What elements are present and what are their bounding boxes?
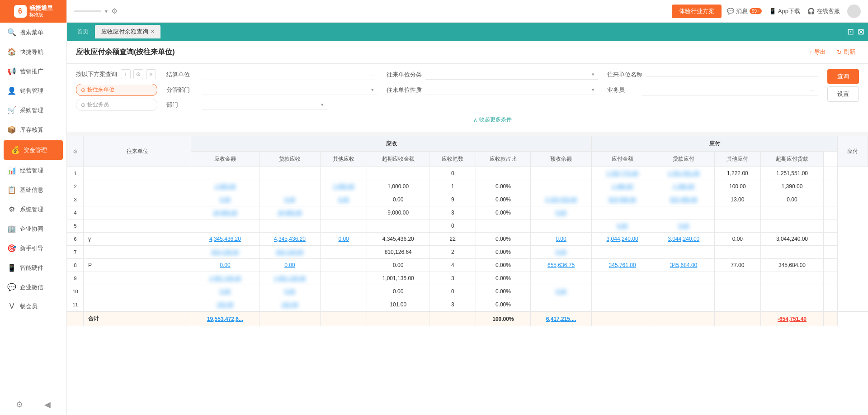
td-val[interactable]: 0.00 [530, 285, 592, 298]
table-settings-button[interactable]: 设置 [827, 86, 859, 102]
td-val[interactable]: 152.00 [259, 298, 321, 312]
td-val[interactable]: 1,390.00 [653, 180, 714, 193]
collapse-filter-button[interactable]: ∧ 收起更多条件 [166, 113, 818, 126]
td-val[interactable]: 0.00 [530, 246, 592, 259]
td-val[interactable]: 0.00 [592, 219, 653, 233]
td-val[interactable]: 1,000.00 [321, 180, 367, 193]
tab-close-icon[interactable]: × [151, 29, 154, 35]
online-service-button[interactable]: 🎧 在线客服 [807, 7, 840, 15]
td-partner [84, 298, 191, 312]
sidebar-item-wechat[interactable]: 💬 企业微信 [0, 277, 66, 297]
user-avatar[interactable] [847, 5, 861, 18]
footer-prepaid-balance[interactable]: 6,417,215.... [530, 311, 592, 326]
td-val[interactable]: 1,252,773.00 [592, 167, 653, 180]
td-val[interactable]: 1,000.00 [191, 180, 259, 193]
trial-button[interactable]: 体验行业方案 [672, 5, 722, 18]
sidebar-item-marketing[interactable]: 📢 营销推广 [0, 62, 66, 81]
query-button[interactable]: 查询 [827, 69, 859, 84]
sidebar-item-hardware[interactable]: 📱 智能硬件 [0, 258, 66, 277]
td-val[interactable]: 152.00 [191, 298, 259, 312]
td-val[interactable]: 18,000.00 [259, 206, 321, 219]
message-button[interactable]: 💬 消息 99+ [727, 7, 762, 15]
td-val[interactable]: 1,251,551.00 [653, 167, 714, 180]
scheme-list: ⊙ 按往来单位 ⊙ 按业务员 [76, 84, 157, 111]
td-val[interactable]: 0.00 [259, 193, 321, 206]
sidebar-item-member[interactable]: V 畅会员 [0, 297, 66, 316]
scheme-by-staff[interactable]: ⊙ 按业务员 [76, 99, 157, 111]
td-val[interactable]: 915,508.56 [592, 193, 653, 206]
td-val[interactable]: 0.00 [530, 233, 592, 246]
tab-maximize-icon[interactable]: ⊠ [858, 27, 864, 37]
td-val[interactable]: 0.00 [653, 219, 714, 233]
sidebar-item-system[interactable]: ⚙ 系统管理 [0, 200, 66, 219]
sidebar-item-sales[interactable]: 👤 销售管理 [0, 81, 66, 100]
sidebar-item-finance[interactable]: 💰 资金管理 [4, 140, 63, 160]
footer-receivable-amount[interactable]: 19,553,472,6... [191, 311, 259, 326]
settlement-unit-input[interactable]: ··· [202, 69, 377, 80]
td-overdue-payable [761, 272, 823, 285]
header-right: 💬 消息 99+ 📱 App下载 🎧 在线客服 [727, 5, 861, 18]
refresh-button[interactable]: ↻ 刷新 [833, 46, 859, 58]
td-val[interactable]: 3,044,240.00 [653, 233, 714, 246]
td-val[interactable]: 1,001,135.00 [191, 272, 259, 285]
sidebar-item-operation[interactable]: 📊 经营管理 [0, 161, 66, 180]
td-val[interactable]: 1,001,135.00 [259, 272, 321, 285]
td-val[interactable]: 655,636.75 [530, 259, 592, 272]
td-val[interactable]: 0.00 [321, 193, 367, 206]
partner-category-select[interactable]: ▾ [425, 70, 598, 80]
td-val[interactable]: 345,684.00 [653, 259, 714, 272]
td-val[interactable]: 18,000.00 [191, 206, 259, 219]
export-button[interactable]: ↑ 导出 [806, 46, 830, 58]
filter-settings-button[interactable]: ⊙ [133, 69, 143, 79]
scheme-by-unit[interactable]: ⊙ 按往来单位 [76, 84, 157, 96]
settings-icon[interactable]: ⚙ [111, 7, 118, 15]
dept-select[interactable]: ▾ [202, 100, 327, 110]
footer-overdue-payable[interactable]: -654,751.40 [761, 311, 823, 326]
scheme-by-staff-label: 按业务员 [87, 101, 109, 109]
tab-home[interactable]: 首页 [71, 25, 95, 38]
td-val[interactable]: 0.00 [191, 285, 259, 298]
td-val[interactable]: 0.00 [259, 259, 321, 272]
partner-nature-select[interactable]: ▾ [425, 85, 598, 95]
th-settings[interactable]: ⚙ [67, 136, 84, 167]
td-val[interactable]: 1,490.00 [592, 180, 653, 193]
td-val[interactable]: 0.00 [321, 233, 367, 246]
td-val[interactable]: 2,153,333.00 [530, 193, 592, 206]
filter-add-button[interactable]: + [121, 69, 131, 79]
td-receivable-ratio: 0.00% [476, 233, 531, 246]
breadcrumb-arrow[interactable]: ▾ [105, 8, 108, 14]
dept-manager-select[interactable]: ▾ [202, 85, 377, 95]
sidebar-settings-btn[interactable]: ⚙ [16, 400, 23, 410]
td-val[interactable]: 0.00 [259, 285, 321, 298]
sidebar-item-inventory[interactable]: 📦 库存核算 [0, 120, 66, 139]
td-val[interactable]: 915,495.56 [653, 193, 714, 206]
salesman-input[interactable]: ··· [642, 85, 818, 95]
filter-row-3: 部门 ▾ [166, 100, 818, 110]
td-val[interactable]: 810,126.64 [259, 246, 321, 259]
tab-minimize-icon[interactable]: ⊡ [847, 27, 854, 37]
filter-collapse-button[interactable]: « [146, 69, 156, 79]
td-val[interactable]: 3,044,240.00 [592, 233, 653, 246]
sidebar-item-nav[interactable]: 🏠 快捷导航 [0, 42, 66, 62]
sidebar-item-guide[interactable]: 🎯 新手引导 [0, 239, 66, 258]
tab-receivable[interactable]: 应收应付余额查询 × [95, 25, 160, 38]
sidebar: 6 畅捷通里 标准版 🔍 搜索菜单 🏠 快捷导航 📢 营销推广 👤 销售管理 🛒… [0, 0, 67, 415]
sidebar-item-purchase[interactable]: 🛒 采购管理 [0, 100, 66, 120]
td-val[interactable]: 0.00 [191, 259, 259, 272]
td-val[interactable]: 4,345,436.20 [259, 233, 321, 246]
td-val[interactable]: 810,126.64 [191, 246, 259, 259]
table-settings-icon[interactable]: ⚙ [73, 148, 78, 155]
app-download-button[interactable]: 📱 App下载 [769, 7, 800, 15]
sidebar-collapse-btn[interactable]: ◀ [44, 400, 51, 410]
td-receivable-count: 0 [429, 285, 476, 298]
td-val[interactable]: 4,345,436.20 [191, 233, 259, 246]
sidebar-item-search[interactable]: 🔍 搜索菜单 [0, 23, 66, 42]
td-val[interactable]: 0.00 [191, 193, 259, 206]
sidebar-item-corp[interactable]: 🏢 企业协同 [0, 219, 66, 239]
partner-name-input[interactable] [646, 73, 818, 77]
footer-payable-x [823, 311, 837, 326]
sidebar-item-basic[interactable]: 📋 基础信息 [0, 180, 66, 200]
td-val[interactable]: 345,761.00 [592, 259, 653, 272]
td-empty [592, 298, 653, 312]
td-val[interactable]: 0.00 [530, 206, 592, 219]
